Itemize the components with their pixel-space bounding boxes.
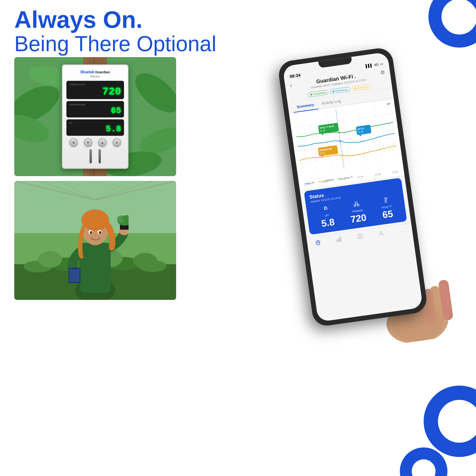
svg-line-91: [359, 237, 360, 238]
left-panels: Bluelab Guardian Monitor Conductivity 72…: [14, 57, 176, 300]
svg-line-51: [342, 109, 350, 168]
alarm-label: Alarm set: [357, 85, 368, 89]
svg-line-83: [387, 199, 388, 199]
display-ph: pH 5.8: [67, 119, 124, 136]
svg-rect-36: [69, 269, 80, 282]
badge-alarm: Alarm set: [352, 84, 371, 91]
svg-line-90: [359, 236, 361, 237]
svg-line-54: [390, 102, 399, 161]
svg-rect-87: [340, 237, 341, 241]
btn-down: ▼: [84, 138, 92, 147]
gear-button[interactable]: ⚙: [380, 69, 386, 76]
metric-ppm: PPM500 720: [348, 200, 367, 224]
nav-user[interactable]: [378, 230, 385, 238]
metric-ph: + - pH 5.8: [319, 204, 335, 228]
monitoring-label: Monitoring: [335, 88, 348, 93]
conductivity-value: 720: [69, 86, 121, 97]
deco-arc-bottom2: [400, 447, 447, 476]
svg-line-81: [386, 199, 387, 200]
panel-device: Bluelab Guardian Monitor Conductivity 72…: [14, 57, 176, 176]
svg-line-77: [357, 204, 358, 204]
status-time: 08:34: [289, 73, 301, 79]
status-icons: ▌▌▌ 4G ▭: [365, 62, 383, 68]
temp-icon: [380, 196, 391, 205]
svg-text:-: -: [327, 208, 328, 209]
svg-point-79: [385, 201, 387, 203]
svg-point-25: [38, 251, 62, 268]
svg-marker-59: [321, 133, 324, 136]
svg-point-75: [357, 204, 359, 206]
ph-label: pH: [69, 122, 121, 124]
svg-line-55: [336, 110, 344, 169]
svg-rect-85: [337, 240, 338, 241]
connected-dot: [310, 94, 312, 95]
temp-metric-value: 65: [382, 209, 394, 220]
svg-point-27: [133, 253, 157, 268]
network-label: 4G: [374, 62, 379, 67]
display-conductivity: Conductivity 720: [67, 81, 124, 99]
nav-home[interactable]: [314, 239, 322, 247]
panel-person: [14, 181, 176, 300]
nav-chart[interactable]: [336, 236, 343, 244]
display-temperature: Temperature 65: [67, 101, 124, 118]
device-buttons: ⚙ ▼ ▲ ●: [67, 138, 124, 147]
svg-rect-84: [317, 242, 320, 245]
metric-temp: Temp °F 65: [380, 196, 394, 220]
device-monitor: Bluelab Guardian Monitor Conductivity 72…: [62, 65, 129, 169]
phone-screen: 08:34 ▌▌▌ 4G ▭ ‹ Guardian Wi-Fi . ⚙ Guar…: [283, 52, 423, 322]
svg-point-44: [99, 231, 101, 234]
ppm-icon: [348, 200, 365, 209]
svg-line-52: [358, 107, 366, 166]
deco-arc-bottom: [424, 386, 476, 457]
signal-icon: ▌▌▌: [365, 63, 373, 68]
btn-up: ▲: [98, 138, 107, 147]
svg-rect-37: [73, 267, 77, 270]
svg-rect-29: [80, 243, 111, 293]
btn-settings: ⚙: [69, 138, 78, 147]
svg-rect-86: [339, 238, 340, 241]
svg-line-53: [374, 104, 382, 164]
svg-point-74: [354, 204, 356, 206]
svg-point-43: [90, 231, 92, 234]
svg-line-50: [325, 111, 334, 170]
header-title-regular: Being There Optional: [14, 32, 216, 56]
phone-section: 08:34 ▌▌▌ 4G ▭ ‹ Guardian Wi-Fi . ⚙ Guar…: [295, 52, 471, 319]
svg-line-80: [386, 198, 387, 199]
svg-point-73: [355, 202, 357, 204]
alarm-dot: [354, 87, 356, 89]
svg-marker-63: [359, 135, 361, 136]
phone-outer: 08:34 ▌▌▌ 4G ▭ ‹ Guardian Wi-Fi . ⚙ Guar…: [277, 47, 428, 327]
nav-more[interactable]: ···: [399, 227, 405, 235]
ph-metric-value: 5.8: [321, 217, 335, 228]
svg-point-69: [339, 140, 341, 142]
temp-label: Temperature: [69, 103, 121, 106]
svg-point-68: [338, 131, 340, 134]
deco-arc-top: [428, 0, 476, 48]
chart-container: Temp °F 63.00 11:20 pH 6.0 11:20 PPM500 …: [293, 102, 400, 182]
header-section: Always On. Being There Optional: [14, 7, 216, 56]
btn-enter: ●: [113, 138, 121, 147]
svg-point-70: [341, 154, 344, 157]
ppm-metric-value: 720: [350, 213, 367, 224]
back-button[interactable]: ‹: [289, 82, 292, 89]
svg-line-82: [387, 198, 388, 198]
chart-area: ✏: [289, 99, 404, 190]
badge-connected: Connected: [307, 90, 328, 97]
badge-monitoring: Monitoring: [330, 87, 350, 94]
conductivity-label: Conductivity: [69, 83, 121, 86]
connected-label: Connected: [313, 91, 325, 96]
ph-value: 5.8: [69, 125, 121, 134]
device-brand: Bluelab Guardian Monitor: [67, 70, 124, 78]
svg-point-92: [380, 231, 382, 234]
ph-icon: + -: [319, 204, 333, 214]
header-title-bold: Always On.: [14, 7, 216, 32]
svg-line-49: [309, 114, 318, 172]
nav-book[interactable]: [357, 233, 364, 241]
battery-icon: ▭: [380, 62, 383, 66]
temp-value: 65: [69, 107, 121, 115]
svg-line-89: [359, 235, 361, 236]
monitoring-dot: [333, 90, 334, 92]
